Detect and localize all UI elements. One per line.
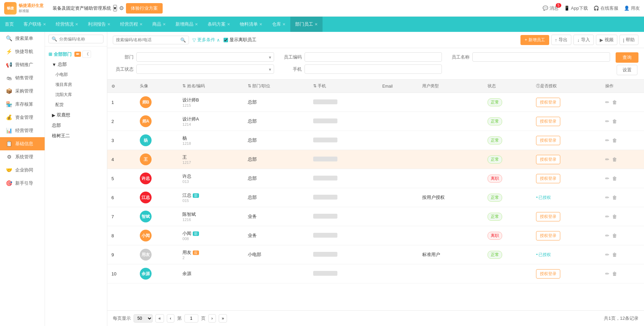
delete-icon[interactable]: 🗑 <box>612 138 617 143</box>
query-btn[interactable]: 查询 <box>616 52 638 63</box>
navtab-经营情况[interactable]: 经营情况 ✕ <box>51 17 83 32</box>
emp-name-input[interactable] <box>472 52 610 62</box>
dept-item-zonbu2[interactable]: 总部 <box>45 120 107 131</box>
edit-icon[interactable]: ✏ <box>605 214 609 219</box>
app-download-btn[interactable]: 📱 App下载 <box>564 5 588 11</box>
close-tab-icon[interactable]: ✕ <box>259 22 262 27</box>
delete-icon[interactable]: 🗑 <box>612 99 617 105</box>
close-tab-icon[interactable]: ✕ <box>75 22 78 27</box>
left-nav-item-operation[interactable]: 📊经营管理 <box>0 124 45 137</box>
emp-status-select[interactable] <box>136 64 274 74</box>
navtab-物料清单[interactable]: 物料清单 ✕ <box>235 17 267 32</box>
left-nav-item-search-menu[interactable]: 🔍搜索菜单 <box>0 32 45 45</box>
navtab-利润报告[interactable]: 利润报告 ✕ <box>83 17 115 32</box>
settings-gear-btn[interactable]: ⚙ <box>119 5 124 11</box>
delete-icon[interactable]: 🗑 <box>612 195 617 200</box>
next-page-btn[interactable]: › <box>208 314 216 323</box>
export-btn[interactable]: ↑ 导出 <box>551 35 572 45</box>
dept-item-zhishu[interactable]: 植树王二 <box>45 131 107 141</box>
close-tab-icon[interactable]: ✕ <box>43 22 46 27</box>
show-resigned-input[interactable] <box>224 38 228 42</box>
close-tab-icon[interactable]: ✕ <box>107 22 110 27</box>
help-btn[interactable]: | 帮助 <box>619 35 638 45</box>
edit-icon[interactable]: ✏ <box>605 99 609 105</box>
system-dropdown-btn[interactable]: ▾ <box>113 5 117 11</box>
navtab-新增商品[interactable]: 新增商品 ✕ <box>171 17 203 32</box>
trial-btn[interactable]: 体验行业方案 <box>126 3 163 14</box>
auth-login-btn[interactable]: 授权登录 <box>536 269 560 279</box>
left-nav-item-inventory[interactable]: 🏪库存核算 <box>0 98 45 111</box>
edit-icon[interactable]: ✏ <box>605 176 609 181</box>
close-tab-icon[interactable]: ✕ <box>227 22 230 27</box>
dept-search-box[interactable]: 🔍 <box>48 35 103 43</box>
auth-login-btn[interactable]: 授权登录 <box>536 155 560 164</box>
left-nav-item-purchase[interactable]: 📦采购管理 <box>0 85 45 98</box>
set-btn[interactable]: 设置 <box>617 65 637 75</box>
edit-icon[interactable]: ✏ <box>605 138 609 143</box>
user-avatar-btn[interactable]: 👤 用友 <box>624 5 640 11</box>
close-tab-icon[interactable]: ✕ <box>282 22 285 27</box>
left-nav-item-guide[interactable]: 🎯新手引导 <box>0 177 45 190</box>
left-nav-item-system[interactable]: ⚙系统管理 <box>0 150 45 164</box>
add-employee-btn[interactable]: + 新增员工 <box>520 35 549 45</box>
delete-icon[interactable]: 🗑 <box>612 176 617 181</box>
navtab-条码方案[interactable]: 条码方案 ✕ <box>203 17 235 32</box>
edit-icon[interactable]: ✏ <box>605 271 609 276</box>
left-nav-item-enterprise[interactable]: 🤝企业协同 <box>0 164 45 177</box>
col-dept[interactable]: ⇅ 部门/职位 <box>244 80 309 93</box>
navtab-商品[interactable]: 商品 ✕ <box>147 17 171 32</box>
close-tab-icon[interactable]: ✕ <box>195 22 198 27</box>
delete-icon[interactable]: 🗑 <box>612 271 617 276</box>
view-btn[interactable]: ▶ 视频 <box>596 35 617 45</box>
close-tab-icon[interactable]: ✕ <box>315 22 318 27</box>
per-page-select[interactable]: 5020100 <box>134 314 153 323</box>
navtab-客户联络[interactable]: 客户联络 ✕ <box>19 17 51 32</box>
navtab-部门员工[interactable]: 部门员工 ✕ <box>290 17 323 32</box>
edit-icon[interactable]: ✏ <box>605 195 609 200</box>
close-tab-icon[interactable]: ✕ <box>163 22 166 27</box>
dept-search-input[interactable] <box>59 37 100 42</box>
first-page-btn[interactable]: « <box>155 314 164 323</box>
left-nav-item-sales[interactable]: 🛍销售管理 <box>0 71 45 85</box>
left-nav-item-marketing[interactable]: 📢营销推广 <box>0 58 45 71</box>
col-phone[interactable]: ⇅ 手机 <box>309 80 378 93</box>
dept-collapse-btn[interactable]: 《 <box>82 51 91 58</box>
auth-login-btn[interactable]: 授权登录 <box>536 212 560 221</box>
left-nav-item-finance[interactable]: 💰资金管理 <box>0 111 45 124</box>
prev-page-btn[interactable]: ‹ <box>167 314 174 323</box>
left-nav-item-basic-info[interactable]: 📋基础信息 <box>0 137 45 150</box>
auth-login-btn[interactable]: 授权登录 <box>536 98 560 107</box>
auth-login-btn[interactable]: 授权登录 <box>536 174 560 183</box>
edit-icon[interactable]: ✏ <box>605 233 609 238</box>
search-box[interactable]: 🔍 <box>113 36 189 44</box>
navtab-仓库[interactable]: 仓库 ✕ <box>267 17 290 32</box>
col-name[interactable]: ⇅ 姓名/编码 <box>178 80 244 93</box>
dept-subitem-xiaodian[interactable]: 小电部 <box>45 70 107 80</box>
online-service-btn[interactable]: 🎧 在线客服 <box>593 5 618 11</box>
navtab-经营历程[interactable]: 经营历程 ✕ <box>115 17 147 32</box>
all-depts-title[interactable]: ⊞ 全部部门 ✏ 《 <box>45 49 107 59</box>
edit-icon[interactable]: ✏ <box>605 118 609 124</box>
import-btn[interactable]: ↓ 导入 <box>573 35 594 45</box>
auth-login-btn[interactable]: 授权登录 <box>536 231 560 240</box>
left-nav-item-quick-nav[interactable]: ⚡快捷导航 <box>0 45 45 58</box>
last-page-btn[interactable]: » <box>219 314 227 323</box>
edit-icon[interactable]: ✏ <box>605 252 609 257</box>
page-number-input[interactable] <box>184 314 198 323</box>
search-input[interactable] <box>116 37 178 42</box>
messages-btn[interactable]: 💬 消息 5 <box>543 5 559 11</box>
dept-subitem-shenyang[interactable]: 沈阳大库 <box>45 90 107 100</box>
phone-input[interactable] <box>305 64 442 74</box>
show-resigned-checkbox[interactable]: 显示离职员工 <box>224 37 256 43</box>
more-conditions-btn[interactable]: ▽ 更多条件 ∧ <box>192 37 220 43</box>
navtab-首页[interactable]: 首页 <box>0 17 19 32</box>
dept-subitem-peihuo[interactable]: 配货 <box>45 100 107 110</box>
delete-icon[interactable]: 🗑 <box>612 214 617 219</box>
emp-code-input[interactable] <box>305 52 442 62</box>
delete-icon[interactable]: 🗑 <box>612 157 617 162</box>
delete-icon[interactable]: 🗑 <box>612 252 617 257</box>
dept-select[interactable] <box>136 52 274 62</box>
auth-login-btn[interactable]: 授权登录 <box>536 117 560 126</box>
delete-icon[interactable]: 🗑 <box>612 118 617 124</box>
delete-icon[interactable]: 🗑 <box>612 233 617 238</box>
